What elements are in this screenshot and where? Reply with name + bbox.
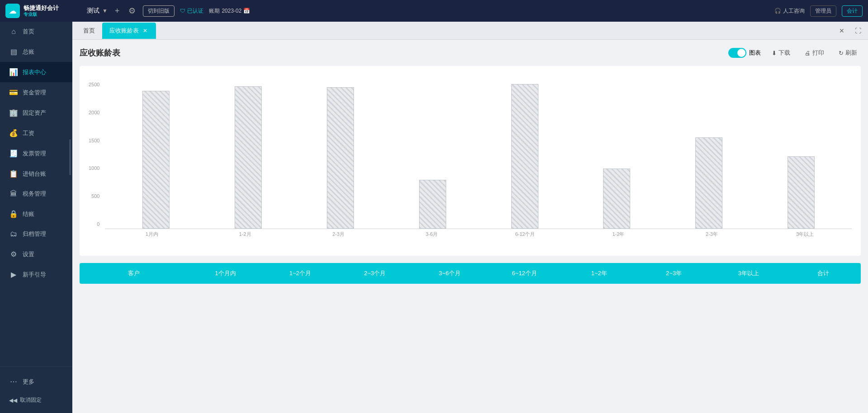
tab-aging-label: 应收账龄表 — [109, 27, 139, 35]
bar — [695, 137, 722, 229]
sidebar-item-home[interactable]: ⌂首页 — [0, 22, 72, 42]
company-name: 测试 — [87, 7, 99, 15]
sidebar-label-payroll: 工资 — [23, 129, 34, 137]
sidebar-label-settings: 设置 — [23, 250, 34, 258]
sidebar-item-close[interactable]: 🔒结账 — [0, 204, 72, 224]
bar — [511, 84, 538, 229]
human-service-button[interactable]: 🎧 人工咨询 — [774, 7, 805, 15]
sidebar-scroll: ⌂首页▤总账📊报表中心💳资金管理🏢固定资产💰工资🧾发票管理📋进销台账🏛税务管理🔒… — [0, 22, 72, 366]
chart-plot: 1月内1-2月2-3月3-6月6-12个月1-2年2-3年3年以上 — [105, 229, 852, 238]
tab-bar: 首页 应收账龄表 ✕ ✕ ⛶ — [72, 22, 868, 40]
unpin-label: 取消固定 — [20, 396, 42, 404]
bar — [603, 169, 630, 229]
bar — [788, 156, 815, 229]
x-axis-label: 3-6月 — [385, 231, 478, 238]
sidebar-icon-sales: 📋 — [9, 169, 18, 178]
logo-icon: ☁ — [5, 4, 20, 18]
human-service-label: 人工咨询 — [783, 7, 805, 15]
sidebar-label-archive: 归档管理 — [23, 230, 46, 238]
switch-version-button[interactable]: 切到旧版 — [143, 5, 175, 17]
x-axis-label: 1-2年 — [572, 231, 665, 238]
sidebar-icon-close: 🔒 — [9, 210, 18, 218]
x-axis-label: 2-3年 — [665, 231, 758, 238]
verified-text: 已认证 — [187, 7, 203, 15]
sidebar-icon-home: ⌂ — [9, 28, 18, 36]
logo-main: 畅捷通好会计 — [24, 5, 59, 12]
x-axis-label: 1月内 — [105, 231, 198, 238]
chart-toggle[interactable] — [728, 48, 746, 58]
table-header-cell: 2~3年 — [637, 263, 711, 284]
table-header-cell: 1个月内 — [188, 263, 263, 284]
sidebar-label-home: 首页 — [23, 28, 34, 36]
refresh-icon: ↻ — [839, 50, 844, 56]
company-selector[interactable]: 测试 ▼ — [87, 7, 108, 15]
sidebar-icon-tax: 🏛 — [9, 190, 18, 198]
bar — [142, 91, 170, 229]
role-button[interactable]: 会计 — [842, 5, 863, 17]
sidebar: ⌂首页▤总账📊报表中心💳资金管理🏢固定资产💰工资🧾发票管理📋进销台账🏛税务管理🔒… — [0, 22, 72, 413]
sidebar-item-reports[interactable]: 📊报表中心 — [0, 62, 72, 82]
chart-inner: 05001000150020002500 1月内1-2月2-3月3-6月6-12… — [89, 75, 852, 238]
sidebar-label-guide: 新手引导 — [23, 271, 46, 279]
sidebar-icon-invoice: 🧾 — [9, 149, 18, 158]
verified-badge: 🛡 已认证 — [180, 7, 203, 15]
sidebar-label-sales: 进销台账 — [23, 170, 46, 178]
sidebar-item-settings[interactable]: ⚙设置 — [0, 244, 72, 264]
x-axis-label: 1-2月 — [198, 231, 292, 238]
refresh-label: 刷新 — [845, 49, 857, 57]
sidebar-label-tax: 税务管理 — [23, 190, 46, 198]
download-button[interactable]: ⬇ 下载 — [768, 47, 794, 59]
sidebar-item-guide[interactable]: ▶新手引导 — [0, 264, 72, 285]
bar — [327, 87, 354, 229]
sidebar-icon-archive: 🗂 — [9, 230, 18, 238]
sidebar-label-reports: 报表中心 — [23, 68, 46, 76]
settings-icon[interactable]: ⚙ — [127, 4, 137, 18]
sidebar-item-payroll[interactable]: 💰工资 — [0, 123, 72, 143]
sidebar-icon-ledger: ▤ — [9, 47, 18, 56]
content-area: 首页 应收账龄表 ✕ ✕ ⛶ 应收账龄表 图表 — [72, 22, 868, 413]
y-axis: 05001000150020002500 — [89, 82, 105, 227]
refresh-button[interactable]: ↻ 刷新 — [835, 47, 861, 59]
logo: ☁ 畅捷通好会计 专业版 — [5, 4, 78, 18]
sidebar-item-archive[interactable]: 🗂归档管理 — [0, 224, 72, 244]
bar — [235, 86, 262, 229]
expand-window-button[interactable]: ⛶ — [852, 24, 864, 37]
x-axis-label: 2-3月 — [292, 231, 385, 238]
chart-grid — [105, 229, 852, 229]
sidebar-icon-funds: 💳 — [9, 88, 18, 97]
topbar-center: 测试 ▼ + ⚙ 切到旧版 🛡 已认证 账期 2023-02 📅 — [78, 4, 774, 18]
sidebar-item-invoice[interactable]: 🧾发票管理 — [0, 143, 72, 164]
unpin-button[interactable]: ◀◀ 取消固定 — [0, 392, 72, 408]
topbar: ☁ 畅捷通好会计 专业版 测试 ▼ + ⚙ 切到旧版 🛡 已认证 账期 2023… — [0, 0, 868, 22]
sidebar-item-sales[interactable]: 📋进销台账 — [0, 164, 72, 184]
grid-line — [105, 228, 852, 229]
sidebar-item-assets[interactable]: 🏢固定资产 — [0, 103, 72, 123]
x-axis-label: 3年以上 — [759, 231, 852, 238]
tab-home[interactable]: 首页 — [76, 23, 102, 39]
sidebar-item-funds[interactable]: 💳资金管理 — [0, 82, 72, 103]
headset-icon: 🎧 — [774, 8, 781, 14]
x-axis-label: 6-12个月 — [478, 231, 571, 238]
report-title: 应收账龄表 — [80, 47, 120, 58]
tab-close-icon[interactable]: ✕ — [142, 27, 149, 34]
print-label: 打印 — [812, 49, 824, 57]
y-axis-label: 2000 — [89, 110, 99, 115]
print-button[interactable]: 🖨 打印 — [801, 47, 828, 59]
sidebar-item-ledger[interactable]: ▤总账 — [0, 42, 72, 62]
download-label: 下载 — [778, 49, 790, 57]
sidebar-icon-guide: ▶ — [9, 270, 18, 279]
chart-toggle-wrap: 图表 — [728, 48, 761, 58]
chart-container: 05001000150020002500 1月内1-2月2-3月3-6月6-12… — [80, 66, 861, 256]
window-controls: ✕ ⛶ — [835, 24, 864, 37]
sidebar-icon-payroll: 💰 — [9, 129, 18, 137]
sidebar-item-more[interactable]: ⋯ 更多 — [0, 371, 72, 392]
sidebar-item-tax[interactable]: 🏛税务管理 — [0, 184, 72, 204]
sidebar-icon-settings: ⚙ — [9, 250, 18, 258]
user-button[interactable]: 管理员 — [810, 5, 836, 17]
y-axis-label: 500 — [89, 194, 99, 199]
close-window-button[interactable]: ✕ — [835, 24, 848, 37]
add-icon[interactable]: + — [113, 5, 122, 18]
table-header-cell: 合计 — [786, 263, 861, 284]
bar — [419, 180, 446, 229]
tab-aging[interactable]: 应收账龄表 ✕ — [102, 23, 156, 39]
